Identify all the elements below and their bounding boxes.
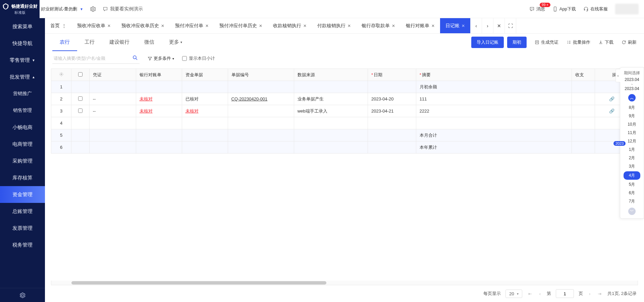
close-icon[interactable]: ✕	[431, 24, 435, 28]
import-journal-button[interactable]: 导入日记账	[471, 37, 504, 48]
message-button[interactable]: 99 + 消息	[529, 6, 545, 12]
sidebar-item-小畅电商[interactable]: 小畅电商	[0, 119, 45, 136]
tab-预付冲应付单[interactable]: 预付冲应付单✕	[170, 18, 214, 33]
period-month-4月[interactable]: 4月	[624, 171, 640, 180]
sidebar-item-搜索菜单[interactable]: 搜索菜单	[0, 18, 45, 35]
sidebar-item-采购管理[interactable]: 采购管理	[0, 153, 45, 169]
col-checkbox[interactable]	[71, 69, 89, 81]
sidebar-item-营销推广[interactable]: 营销推广	[0, 85, 45, 102]
period-collapse[interactable]: «	[615, 69, 620, 82]
next-page[interactable]: ›	[588, 291, 592, 296]
gen-voucher-button[interactable]: 生成凭证	[535, 39, 558, 45]
link-icon[interactable]: 🔗	[609, 109, 614, 114]
tabs-next[interactable]: ›	[482, 18, 493, 33]
sidebar-settings[interactable]	[0, 288, 45, 302]
tab-收款核销执行[interactable]: 收款核销执行✕	[268, 18, 312, 33]
svg-point-4	[555, 10, 555, 11]
tabs-close[interactable]: ✕	[493, 18, 505, 33]
search-icon[interactable]	[132, 55, 138, 62]
doc-link[interactable]: CQ-20230420-001	[231, 96, 268, 101]
close-icon[interactable]: ✕	[205, 24, 209, 28]
sidebar-item-发票管理[interactable]: 发票管理	[0, 220, 45, 236]
more-conditions[interactable]: 更多条件 ▾	[148, 55, 174, 61]
table-row: 4	[51, 117, 638, 129]
period-down[interactable]: ︾	[628, 208, 636, 215]
bank-tab-工行[interactable]: 工行	[77, 34, 102, 51]
sidebar-item-快捷导航[interactable]: 快捷导航	[0, 35, 45, 52]
period-to[interactable]: 2023.04	[620, 86, 644, 92]
period-month-8月[interactable]: 8月	[620, 103, 644, 112]
close-icon[interactable]: ✕	[107, 24, 111, 28]
close-icon[interactable]: ✕	[462, 24, 465, 28]
user-avatar[interactable]	[615, 4, 639, 14]
period-month-9月[interactable]: 9月	[620, 112, 644, 120]
reconcile-link[interactable]: 未核对	[140, 96, 153, 101]
download-icon	[598, 40, 603, 45]
period-month-7月[interactable]: 7月	[620, 197, 644, 206]
company-selector[interactable]: 好业财测试-量勿删 ▾	[41, 6, 83, 12]
batch-button[interactable]: 批量操作	[567, 39, 590, 45]
search-input[interactable]	[52, 53, 140, 64]
init-button[interactable]: 期初	[507, 37, 527, 48]
show-daily-checkbox[interactable]: 显示本日小计	[182, 55, 215, 61]
period-month-10月[interactable]: 10月	[620, 120, 644, 129]
bank-tab-微信[interactable]: 微信	[137, 34, 162, 51]
sidebar-item-总账管理[interactable]: 总账管理	[0, 203, 45, 220]
period-month-11月[interactable]: 11月	[620, 129, 644, 137]
close-icon[interactable]: ✕	[259, 24, 262, 28]
bank-tab-建设银行[interactable]: 建设银行	[102, 34, 137, 51]
tab-预收冲应收单历史[interactable]: 预收冲应收单历史✕	[116, 18, 170, 33]
refresh-button[interactable]: 刷新	[622, 39, 637, 45]
close-icon[interactable]: ✕	[347, 24, 351, 28]
period-from[interactable]: 2023.04	[620, 77, 644, 83]
period-month-5月[interactable]: 5月	[620, 180, 644, 189]
period-month-6月[interactable]: 6月	[620, 189, 644, 197]
tabs-prev[interactable]: ‹	[471, 18, 482, 33]
sidebar-item-税务管理[interactable]: 税务管理	[0, 236, 45, 253]
tab-付款核销执行[interactable]: 付款核销执行✕	[312, 18, 356, 33]
period-month-3月[interactable]: 3月	[620, 162, 644, 171]
reconcile-link[interactable]: 未核对	[140, 109, 153, 114]
period-month-2月[interactable]: 2月	[620, 154, 644, 162]
sidebar-item-零售管理[interactable]: 零售管理▼	[0, 52, 45, 69]
period-month-1月[interactable]: 1月	[620, 145, 644, 154]
download-button[interactable]: 下载	[598, 39, 613, 45]
sidebar-item-资金管理[interactable]: 资金管理	[0, 186, 45, 203]
sidebar-item-批发管理[interactable]: 批发管理▲	[0, 69, 45, 85]
row-checkbox[interactable]	[78, 96, 83, 101]
scrollbar-thumb[interactable]	[71, 281, 326, 285]
link-icon[interactable]: 🔗	[609, 96, 614, 101]
reconcile-link[interactable]: 未核对	[185, 109, 199, 114]
tab-首页[interactable]: 首页 ⋮	[45, 18, 72, 33]
tab-预收冲应收单[interactable]: 预收冲应收单✕	[72, 18, 116, 33]
tab-银行存取款单[interactable]: 银行存取款单✕	[356, 18, 400, 33]
period-up[interactable]: ︽	[628, 94, 636, 101]
row-checkbox[interactable]	[78, 109, 83, 113]
col-settings[interactable]	[51, 69, 71, 81]
app-download-button[interactable]: App下载	[552, 6, 576, 12]
settings-button[interactable]	[90, 6, 96, 12]
tabs-fullscreen[interactable]: ⛶	[505, 18, 516, 33]
demo-link[interactable]: 我要看实例演示	[103, 6, 143, 12]
service-button[interactable]: 在线客服	[583, 6, 608, 12]
first-page[interactable]: ⇤	[527, 291, 533, 296]
close-icon[interactable]: ✕	[303, 24, 307, 28]
page-size-select[interactable]: 20 ▾	[505, 290, 522, 298]
chevron-up-icon: ▲	[32, 75, 35, 79]
bank-tab-农行[interactable]: 农行	[52, 34, 77, 51]
close-icon[interactable]: ✕	[161, 24, 164, 28]
last-page[interactable]: ⇥	[596, 291, 603, 296]
horizontal-scrollbar[interactable]	[51, 281, 638, 285]
tab-银行对账单[interactable]: 银行对账单✕	[400, 18, 440, 33]
prev-page[interactable]: ‹	[538, 291, 542, 296]
page-input[interactable]	[556, 289, 574, 298]
tab-预付冲应付单历史[interactable]: 预付冲应付单历史✕	[214, 18, 268, 33]
close-icon[interactable]: ✕	[392, 24, 395, 28]
tab-日记账[interactable]: 日记账✕	[440, 18, 470, 33]
period-panel: « 期间选择 2023.04 ~ 2023.04 ︽ 8月9月10月11月12月…	[620, 67, 644, 219]
table-row: 1月初余额	[51, 81, 638, 93]
sidebar-item-电商管理[interactable]: 电商管理	[0, 136, 45, 153]
bank-tab-更多[interactable]: 更多▾	[162, 34, 190, 51]
sidebar-item-库存核算[interactable]: 库存核算	[0, 169, 45, 186]
sidebar-item-销售管理[interactable]: 销售管理	[0, 102, 45, 119]
